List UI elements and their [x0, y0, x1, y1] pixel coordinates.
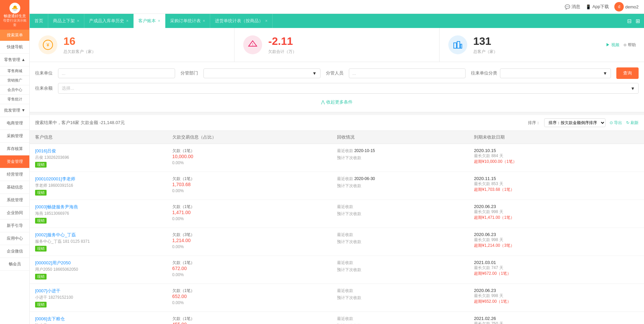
customer-info-2: [0003]畅捷服务尹海燕 海燕 18513066976 现销: [35, 204, 172, 224]
minimize-button[interactable]: ⊟: [626, 18, 633, 24]
customer-name-4[interactable]: [000002]用户2050: [35, 260, 172, 266]
tab-customer[interactable]: 客户账本 ×: [134, 14, 165, 28]
next-payment-1: 预计下次收款: [337, 183, 474, 189]
user-avatar[interactable]: d demo2: [614, 2, 639, 11]
next-payment-2: 预计下次收款: [337, 211, 474, 217]
refresh-button[interactable]: ↻ 刷新: [626, 120, 639, 126]
avatar-icon: d: [614, 2, 624, 11]
debt-amount-4: 672.00: [172, 266, 337, 271]
sidebar-item-retail-mall[interactable]: 零售商城: [0, 66, 29, 76]
sidebar-item-search[interactable]: 搜索菜单: [0, 30, 29, 41]
tab-close-inventory[interactable]: ×: [265, 19, 268, 23]
tab-close-production[interactable]: ×: [126, 19, 129, 23]
tab-close-customer[interactable]: ×: [158, 19, 160, 23]
overdue-link-5[interactable]: 超期¥652.00（1笔）: [474, 299, 639, 304]
overdue-info-3: 2020.06.23 最长欠款 998 天 超期¥1,214.00（3笔）: [474, 232, 639, 248]
help-btn[interactable]: ⊙ 帮助: [623, 42, 636, 48]
sidebar-item-corp[interactable]: 企业协同: [0, 207, 29, 219]
tab-close-purchase[interactable]: ×: [203, 19, 205, 23]
tab-inventory[interactable]: 进货单统计表（按商品） ×: [210, 14, 273, 28]
customer-contact-6: 陈小希: [35, 323, 172, 324]
manager-input[interactable]: ...: [349, 68, 466, 78]
customer-name-5[interactable]: [0007]小进干: [35, 288, 172, 294]
from-unit-input[interactable]: ...: [58, 68, 175, 78]
unit-type-select[interactable]: ▼: [500, 68, 611, 78]
sidebar-item-finance[interactable]: 资金管理: [0, 155, 29, 168]
sidebar-item-base[interactable]: 基础信息: [0, 181, 29, 194]
balance-placeholder: 选择...: [62, 85, 74, 91]
stat-debt-amount: ! -2.11 欠款合计（万）: [234, 28, 439, 62]
next-payment-5: 预计下次收款: [337, 295, 474, 301]
sidebar-item-ecom[interactable]: 电商管理: [0, 117, 29, 130]
debt-info-1: 欠款（1笔） 1,703.68 0.00%: [172, 176, 337, 193]
svg-rect-5: [457, 41, 460, 48]
customer-name-6[interactable]: [0006]去下粮仓: [35, 316, 172, 322]
svg-text:!: !: [252, 42, 253, 47]
overdue-info-6: 2021.02.26 最长欠款 750 天 超期¥455.90（1笔）: [474, 316, 639, 324]
sidebar-item-apps[interactable]: 应用中心: [0, 232, 29, 245]
message-button[interactable]: 💬 消息: [565, 4, 580, 10]
sidebar-item-member[interactable]: 会员中心: [0, 85, 29, 95]
svg-rect-6: [460, 44, 462, 48]
debt-info-6: 欠款（1笔） 455.90 0.00%: [172, 316, 337, 324]
total-customers-label: 总客户（家）: [473, 49, 601, 55]
sidebar-item-vip[interactable]: 畅会员: [0, 258, 29, 271]
customer-name-1[interactable]: [0001020001]李老师: [35, 176, 172, 182]
filter-group-manager: 分管人员 ...: [326, 68, 466, 78]
sidebar-item-newbie[interactable]: 新手引导: [0, 219, 29, 232]
maximize-button[interactable]: ⊞: [634, 18, 641, 24]
search-button[interactable]: 查询: [616, 67, 639, 79]
customer-tag-5: 现销: [35, 302, 47, 307]
tab-products[interactable]: 商品上下架 ×: [48, 14, 84, 28]
customer-info-3: [0002]服务中心_丁磊 服务中心_丁磊 181 0125 8371 现销: [35, 232, 172, 252]
balance-select[interactable]: 选择... ▼: [58, 83, 639, 94]
sidebar-item-ops[interactable]: 经营管理: [0, 168, 29, 181]
stat-info-debt-customers: 16 总欠款客户（家）: [63, 35, 226, 55]
sidebar-item-retail-stats[interactable]: 零售统计: [0, 95, 29, 104]
debt-count-1: 欠款（1笔）: [172, 176, 337, 182]
sidebar-item-inventory[interactable]: 库存核算: [0, 143, 29, 155]
stat-total-customers: 131 总客户（家） ▶ 视频 ⊙ 帮助: [440, 28, 644, 62]
from-unit-label: 往来单位: [35, 70, 55, 76]
sidebar-item-retail[interactable]: 零售管理 ▲: [0, 54, 29, 66]
total-customers-icon: [448, 35, 467, 54]
brand-name: 畅捷通好生意: [3, 13, 27, 18]
tab-home[interactable]: 首页: [30, 14, 48, 28]
data-table: 客户信息 欠款交易信息（占比） 回收情况 到期未收款日期 [0016]吕俊 吕俊…: [30, 131, 644, 324]
overdue-link-4[interactable]: 超期¥672.00（1笔）: [474, 271, 639, 276]
sort-select[interactable]: 排序：按欠款金额倒序排序: [544, 118, 606, 127]
debt-amount-value: -2.11: [268, 35, 431, 48]
overdue-link-2[interactable]: 超期¥1,471.00（1笔）: [474, 215, 639, 220]
tab-close-products[interactable]: ×: [77, 19, 79, 23]
filter-row-1: 往来单位 ... 分管部门 ▼ 分管人员: [35, 67, 639, 79]
debt-count-0: 欠款（1笔）: [172, 148, 337, 154]
debt-ratio-0: 0.00%: [172, 160, 337, 165]
overdue-link-0[interactable]: 超期¥10,000.00（1笔）: [474, 159, 639, 165]
overdue-link-1[interactable]: 超期¥1,703.68（1笔）: [474, 187, 639, 193]
sidebar-item-batch[interactable]: 批发管理 ▼: [0, 104, 29, 117]
sidebar-item-system[interactable]: 系统管理: [0, 194, 29, 207]
sidebar-item-marketing[interactable]: 营销推广: [0, 76, 29, 85]
debt-count-6: 欠款（1笔）: [172, 316, 337, 322]
export-button[interactable]: ⊙ 导出: [610, 120, 622, 126]
collapse-button[interactable]: ⋀ 收起更多条件: [35, 98, 639, 107]
debt-count-5: 欠款（1笔）: [172, 288, 337, 294]
dept-select[interactable]: ▼: [203, 68, 320, 78]
app-download-button[interactable]: 📱 App下载: [586, 4, 609, 10]
sidebar-item-quick-nav[interactable]: 快捷导航: [0, 41, 29, 54]
sidebar-item-wechat[interactable]: 企业微信: [0, 245, 29, 258]
tab-purchase[interactable]: 采购订单统计表 ×: [165, 14, 210, 28]
col-header-overdue: 到期未收款日期: [474, 134, 639, 140]
sidebar-item-purchase[interactable]: 采购管理: [0, 130, 29, 143]
debt-ratio-1: 0.00%: [172, 188, 337, 193]
overdue-link-3[interactable]: 超期¥1,214.00（3笔）: [474, 243, 639, 248]
unit-type-label: 往来单位分类: [471, 70, 497, 76]
stat-info-total-customers: 131 总客户（家）: [473, 35, 601, 55]
customer-name-3[interactable]: [0002]服务中心_丁磊: [35, 232, 172, 238]
tab-production[interactable]: 产成品入库单历史 ×: [84, 14, 134, 28]
customer-tag-4: 现销: [35, 274, 47, 279]
customer-info-4: [000002]用户2050 用户2050 18665062050 现销: [35, 260, 172, 279]
view-video-btn[interactable]: ▶ 视频: [606, 42, 619, 48]
customer-name-0[interactable]: [0016]吕俊: [35, 148, 172, 154]
customer-name-2[interactable]: [0003]畅捷服务尹海燕: [35, 204, 172, 210]
